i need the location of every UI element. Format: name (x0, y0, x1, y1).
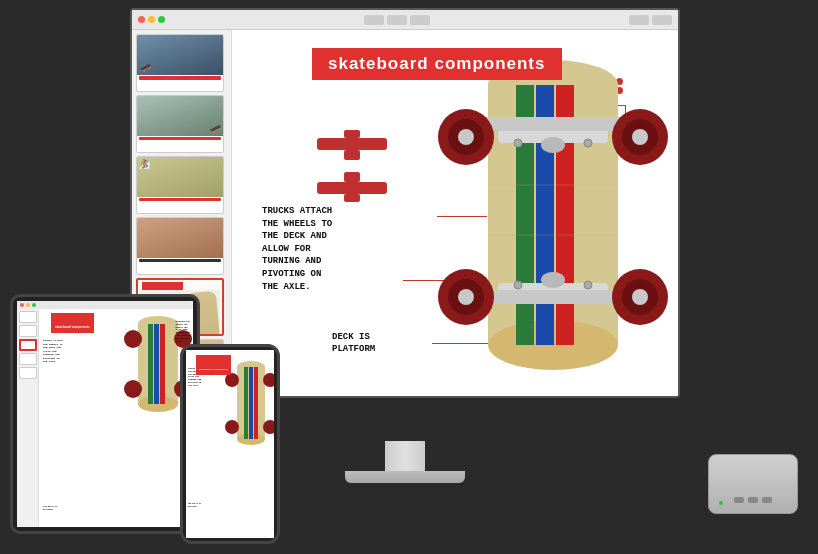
svg-point-37 (584, 281, 592, 289)
monitor-stand (345, 441, 465, 483)
thumbnail-4[interactable] (136, 217, 224, 275)
svg-point-21 (458, 129, 474, 145)
svg-point-44 (124, 330, 142, 348)
tablet-toolbar (17, 301, 193, 309)
phone: skateboard components TRUCKS ATTACH THE … (180, 344, 280, 544)
mac-mini-port-2 (748, 497, 758, 503)
stand-neck (385, 441, 425, 471)
mac-mini-port-3 (762, 497, 772, 503)
svg-rect-3 (317, 182, 387, 194)
tablet-thumb (19, 367, 37, 379)
toolbar-action-1[interactable] (364, 15, 384, 25)
tablet-title: skateboard components (55, 325, 90, 329)
tablet-slide-area: skateboard components TRUC (17, 309, 193, 527)
svg-rect-5 (344, 194, 360, 202)
close-dot[interactable] (138, 16, 145, 23)
svg-point-27 (541, 272, 565, 288)
svg-point-54 (225, 373, 239, 387)
svg-point-24 (632, 129, 648, 145)
svg-rect-51 (244, 367, 248, 439)
tablet-close-dot (20, 303, 24, 307)
toolbar-action-3[interactable] (410, 15, 430, 25)
svg-rect-43 (160, 324, 165, 404)
svg-rect-42 (154, 324, 159, 404)
svg-point-18 (541, 137, 565, 153)
svg-point-30 (458, 289, 474, 305)
tablet-thumb (19, 325, 37, 337)
trucks-diagram (312, 130, 392, 200)
skateboard-svg (398, 35, 678, 396)
svg-rect-1 (344, 130, 360, 138)
phone-screws-annotation: THE BOLTS IS PLATFORM (188, 503, 201, 508)
toolbar-bar (132, 10, 678, 30)
svg-rect-52 (249, 367, 253, 439)
slide-area: 🛹 🛹 (132, 30, 678, 396)
svg-point-56 (225, 420, 239, 434)
mac-mini-power-led (719, 501, 723, 505)
stand-foot (345, 471, 465, 483)
tablet-screen: skateboard components TRUC (17, 301, 193, 527)
tablet-min-dot (26, 303, 30, 307)
svg-point-33 (632, 289, 648, 305)
thumbnail-2[interactable]: 🛹 (136, 95, 224, 153)
tablet-title-banner: skateboard components (51, 313, 94, 333)
tablet: skateboard components TRUC (10, 294, 200, 534)
mac-mini-ports (734, 497, 772, 503)
tablet-thumb (19, 311, 37, 323)
toolbar-share[interactable] (652, 15, 672, 25)
thumbnail-1[interactable]: 🛹 (136, 34, 224, 92)
toolbar-action-2[interactable] (387, 15, 407, 25)
main-slide: skateboard components (232, 30, 678, 396)
slide-title: skateboard components (328, 54, 546, 73)
phone-title-banner: skateboard components (196, 355, 231, 375)
tablet-main-slide: skateboard components TRUC (39, 309, 193, 527)
thumbnail-3[interactable]: 🏂 (136, 156, 224, 214)
svg-rect-53 (254, 367, 258, 439)
tablet-bearings-annotation: BEARINGS FIT INSIDE THE WHEELS AND ALLOW… (175, 321, 191, 343)
tablet-screws-annotation: THE BOLTS IS PLATFORM (43, 506, 57, 512)
svg-point-34 (514, 139, 522, 147)
tablet-thumb-active (19, 339, 37, 351)
slide-title-banner: skateboard components (312, 48, 562, 80)
tablet-max-dot (32, 303, 36, 307)
phone-screen: skateboard components TRUCKS ATTACH THE … (186, 350, 274, 538)
tablet-thumbnails (17, 309, 39, 527)
svg-point-35 (584, 139, 592, 147)
toolbar-view[interactable] (629, 15, 649, 25)
svg-rect-2 (344, 150, 360, 160)
mac-mini (708, 454, 798, 514)
maximize-dot[interactable] (158, 16, 165, 23)
svg-point-36 (514, 281, 522, 289)
presentation: 🛹 🛹 (132, 10, 678, 396)
minimize-dot[interactable] (148, 16, 155, 23)
tablet-thumb (19, 353, 37, 365)
svg-rect-4 (344, 172, 360, 182)
tablet-trucks-annotation: TRUCKS ATTACH THE WHEELS TO THE DECK AND… (43, 339, 63, 364)
svg-rect-0 (317, 138, 387, 150)
phone-title: skateboard components (199, 368, 228, 371)
svg-point-46 (124, 380, 142, 398)
monitor-screen: 🛹 🛹 (130, 8, 680, 398)
svg-rect-41 (148, 324, 153, 404)
mac-mini-port-1 (734, 497, 744, 503)
